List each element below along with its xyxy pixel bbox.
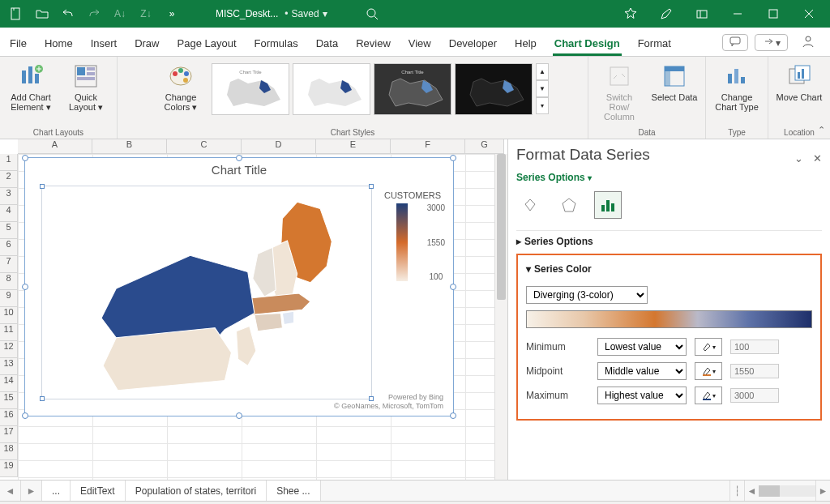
row-header[interactable]: 7: [0, 256, 18, 273]
sheet-tab[interactable]: Population of states, territori: [126, 481, 267, 501]
plot-handle[interactable]: [40, 184, 45, 189]
move-chart-button[interactable]: Move Chart: [775, 60, 824, 102]
effects-icon[interactable]: [555, 191, 583, 219]
row-header[interactable]: 11: [0, 324, 18, 341]
tab-format[interactable]: Format: [636, 31, 673, 56]
cell-grid[interactable]: Chart Title: [18, 154, 507, 480]
plot-area[interactable]: [41, 186, 372, 399]
sort-asc-icon[interactable]: A↓: [109, 2, 131, 25]
style-thumb-3[interactable]: Chart Title: [374, 63, 451, 115]
tab-formulas[interactable]: Formulas: [253, 31, 300, 56]
pen-icon[interactable]: [650, 2, 682, 25]
row-header[interactable]: 10: [0, 307, 18, 324]
close-button[interactable]: [793, 2, 825, 25]
row-header[interactable]: 4: [0, 205, 18, 222]
resize-handle[interactable]: [450, 412, 456, 419]
tab-nav-next[interactable]: ►: [21, 481, 42, 501]
resize-handle[interactable]: [236, 155, 242, 161]
section-series-options[interactable]: ▸Series Options: [516, 230, 822, 252]
col-header[interactable]: F: [391, 139, 465, 154]
tab-data[interactable]: Data: [314, 31, 340, 56]
chart-title[interactable]: Chart Title: [25, 158, 453, 182]
pane-close-icon[interactable]: ✕: [813, 152, 822, 164]
row-header[interactable]: 13: [0, 358, 18, 375]
tab-insert[interactable]: Insert: [89, 31, 119, 56]
select-data-button[interactable]: Select Data: [650, 60, 699, 102]
row-header[interactable]: 6: [0, 239, 18, 256]
tab-developer[interactable]: Developer: [447, 31, 498, 56]
row-header[interactable]: 12: [0, 341, 18, 358]
hscroll-thumb[interactable]: [759, 485, 780, 497]
row-header[interactable]: 9: [0, 290, 18, 307]
pane-subtitle[interactable]: Series Options ▾: [516, 172, 822, 183]
minimum-color-button[interactable]: ▾: [695, 338, 722, 356]
comments-button[interactable]: [722, 34, 748, 51]
pane-collapse-icon[interactable]: ⌄: [794, 152, 803, 164]
tab-chart-design[interactable]: Chart Design: [553, 31, 622, 56]
maximum-select[interactable]: Highest value: [597, 387, 687, 404]
premium-icon[interactable]: [614, 2, 647, 25]
col-header[interactable]: G: [465, 139, 504, 154]
row-header[interactable]: 15: [0, 392, 18, 409]
sheet-tab[interactable]: Shee ...: [267, 481, 320, 501]
scrollbar-thumb[interactable]: [497, 154, 506, 300]
quick-layout-button[interactable]: Quick Layout ▾: [62, 60, 110, 112]
tab-file[interactable]: File: [8, 31, 28, 56]
tab-page-layout[interactable]: Page Layout: [176, 31, 238, 56]
section-series-color[interactable]: ▾Series Color: [526, 263, 812, 280]
gallery-scroll-up[interactable]: ▲: [536, 63, 549, 80]
midpoint-select[interactable]: Middle value: [597, 362, 687, 380]
worksheet[interactable]: A B C D E F G 1 2 3 4 5 6 7 8 9 10 11 12…: [0, 139, 507, 480]
resize-handle[interactable]: [450, 155, 456, 161]
search-icon[interactable]: [360, 2, 384, 25]
row-header[interactable]: 19: [0, 460, 18, 477]
plot-handle[interactable]: [369, 184, 374, 189]
minimum-select[interactable]: Lowest value: [597, 338, 687, 356]
col-header[interactable]: A: [18, 139, 92, 154]
resize-handle[interactable]: [236, 412, 242, 419]
hscroll-left[interactable]: ◄: [744, 481, 759, 501]
sheet-tab[interactable]: EditText: [71, 481, 126, 501]
hscroll-right[interactable]: ►: [815, 481, 830, 501]
maximum-value-input[interactable]: [730, 388, 779, 403]
resize-handle[interactable]: [450, 284, 456, 290]
hscroll-track[interactable]: [759, 485, 815, 497]
change-colors-button[interactable]: Change Colors ▾: [156, 60, 205, 112]
style-thumb-2[interactable]: [293, 63, 370, 115]
maximize-button[interactable]: [757, 2, 789, 25]
resize-handle[interactable]: [22, 412, 28, 419]
tab-help[interactable]: Help: [513, 31, 538, 56]
sheet-tab[interactable]: ...: [42, 481, 71, 501]
gallery-scroll-down[interactable]: ▼: [536, 80, 549, 97]
vertical-scrollbar[interactable]: [494, 154, 507, 480]
hscroll-divider[interactable]: ┆: [729, 481, 744, 501]
row-header[interactable]: 2: [0, 171, 18, 188]
fill-icon[interactable]: [516, 191, 544, 219]
resize-handle[interactable]: [22, 155, 28, 161]
series-icon[interactable]: [594, 191, 622, 219]
tab-review[interactable]: Review: [354, 31, 392, 56]
midpoint-color-button[interactable]: ▾: [695, 362, 722, 380]
window-mode-icon[interactable]: [686, 2, 718, 25]
share-button[interactable]: ▾: [755, 34, 788, 51]
tab-draw[interactable]: Draw: [133, 31, 160, 56]
row-header[interactable]: 8: [0, 273, 18, 290]
sort-desc-icon[interactable]: Z↓: [135, 2, 157, 25]
color-scheme-select[interactable]: Diverging (3-color): [526, 286, 648, 304]
minimum-value-input[interactable]: [730, 340, 779, 354]
chart-legend[interactable]: CUSTOMERS 3000 1550 100: [380, 190, 445, 284]
col-header[interactable]: B: [92, 139, 167, 154]
add-chart-element-button[interactable]: Add Chart Element ▾: [6, 60, 55, 112]
change-chart-type-button[interactable]: Change Chart Type: [712, 60, 761, 112]
qat-overflow-icon[interactable]: »: [160, 2, 183, 25]
gallery-more[interactable]: ▾: [536, 97, 549, 114]
undo-icon[interactable]: [57, 2, 79, 25]
document-name[interactable]: MISC_Deskt...: [216, 8, 278, 19]
open-icon[interactable]: [31, 2, 53, 25]
col-header[interactable]: C: [167, 139, 242, 154]
row-header[interactable]: 17: [0, 426, 18, 443]
plot-handle[interactable]: [40, 396, 45, 401]
tab-view[interactable]: View: [407, 31, 433, 56]
row-header[interactable]: 14: [0, 375, 18, 392]
tab-home[interactable]: Home: [43, 31, 75, 56]
